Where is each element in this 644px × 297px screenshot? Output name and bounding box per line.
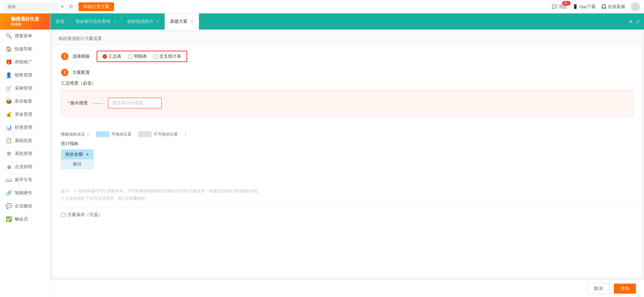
tab-receipts[interactable]: 收款情况统计 × xyxy=(122,13,165,30)
support-icon: 🎧 xyxy=(601,4,606,9)
page-inner: 收款情况统计方案设置 1 选择模板 汇总表 xyxy=(53,32,641,277)
top-bar: ▼ ⚙ 体验行业方案 💬 消息 99+ 📱 App下载 🎧 在线客服 xyxy=(0,0,644,13)
support-button[interactable]: 🎧 在线客服 xyxy=(601,4,625,10)
sidebar-item-label: 企业协同 xyxy=(15,164,32,170)
radio-cross[interactable]: 交叉统计表 xyxy=(154,53,181,59)
money-icon: 💰 xyxy=(5,111,12,117)
sidebar-item-label: 智能硬件 xyxy=(15,190,32,196)
sidebar-item-label: 经营管理 xyxy=(15,125,32,131)
home-icon: 🏠 xyxy=(5,46,12,52)
step2-row: 2 方案配置 汇总维度（必选） *纵向维度 —— 请选择分组维度 xyxy=(61,69,633,170)
bottom-actions: 取消 查询 xyxy=(50,280,644,297)
save-checkbox[interactable] xyxy=(61,213,65,217)
step1-badge: 1 xyxy=(61,53,68,60)
stat-header-dropdown-icon[interactable]: ▼ xyxy=(86,152,89,156)
tab-new-plan-close[interactable]: × xyxy=(191,19,193,24)
radio-detail-input[interactable] xyxy=(128,54,132,59)
form-section: 1 选择模板 汇总表 明细表 xyxy=(53,45,641,182)
dimension-section: 汇总维度（必选） *纵向维度 —— 请选择分组维度 xyxy=(61,80,633,116)
tab-bar-actions: ✕ ⤢ xyxy=(625,13,644,30)
tab-bank-flow[interactable]: 现金银行流水查询 × xyxy=(70,13,122,30)
trial-button[interactable]: 体验行业方案 xyxy=(78,2,114,11)
sidebar-item-collab[interactable]: 🖥 企业协同 xyxy=(0,160,50,174)
sidebar-item-label: 畅会员 xyxy=(15,216,28,222)
required-mark: * xyxy=(68,100,70,105)
step2-label: 方案配置 xyxy=(72,69,90,76)
logo-sub: 标准版 xyxy=(11,22,39,27)
radio-summary-input[interactable] xyxy=(103,54,107,59)
save-option[interactable]: 方案保存（可选） xyxy=(61,212,633,218)
tab-close-icon[interactable]: ✕ xyxy=(629,18,633,25)
messages-button[interactable]: 💬 消息 99+ xyxy=(552,4,567,10)
tab-receipts-label: 收款情况统计 xyxy=(127,18,153,24)
sidebar-item-member[interactable]: ✅ 畅会员 xyxy=(0,213,50,226)
content-area: 首页 现金银行流水查询 × 收款情况统计 × 新建方案 × ✕ ⤢ xyxy=(50,13,644,297)
sidebar-item-inventory[interactable]: 📦 库存核算 xyxy=(0,95,50,108)
sidebar-item-purchase[interactable]: 🛒 采购管理 xyxy=(0,82,50,95)
legend-draggable: 可拖动位置 xyxy=(96,131,131,137)
download-button[interactable]: 📱 App下载 xyxy=(573,4,596,10)
radio-cross-label: 交叉统计表 xyxy=(159,53,181,59)
hint-line-2: 2. 点击标题栏下拉可设置排序、插入列和删除列 xyxy=(61,195,633,202)
gear-icon[interactable]: ⚙ xyxy=(68,3,73,10)
cart-icon: 🛒 xyxy=(5,85,12,91)
sidebar-item-marketing[interactable]: 🎁 营销推广 xyxy=(0,56,50,69)
sidebar-logo: 畅捷通好生意 标准版 xyxy=(0,13,50,30)
tab-receipts-close[interactable]: × xyxy=(157,19,159,24)
sidebar-item-nav[interactable]: 🏠 快捷导航 xyxy=(0,43,50,56)
sidebar-item-label: 系统管理 xyxy=(15,151,32,157)
tab-home[interactable]: 首页 xyxy=(50,13,70,30)
sidebar-item-hardware[interactable]: 🔗 智能硬件 xyxy=(0,187,50,200)
sidebar-item-basic-info[interactable]: 📋 基础信息 xyxy=(0,134,50,147)
sidebar-item-label: 销售管理 xyxy=(15,72,32,78)
tab-expand-icon[interactable]: ⤢ xyxy=(636,18,640,25)
tab-new-plan[interactable]: 新建方案 × xyxy=(165,13,199,30)
main-layout: 畅捷通好生意 标准版 🔍 搜索菜单 🏠 快捷导航 🎁 营销推广 👤 销售管理 🛒… xyxy=(0,13,644,297)
tab-new-plan-label: 新建方案 xyxy=(170,18,187,24)
radio-summary[interactable]: 汇总表 xyxy=(103,53,121,59)
sidebar-item-system[interactable]: ⚙ 系统管理 xyxy=(0,147,50,160)
dimension-grid: *纵向维度 —— 请选择分组维度 xyxy=(61,90,633,116)
sidebar-item-label: 库存核算 xyxy=(15,98,32,104)
sidebar-item-guide[interactable]: 📖 新手引导 xyxy=(0,174,50,187)
page-footer: 方案保存（可选） xyxy=(53,207,641,222)
sidebar-item-label: 营销推广 xyxy=(15,59,32,65)
sidebar-item-label: 基础信息 xyxy=(15,138,32,144)
legend-prefix: 模板指标设定（ xyxy=(61,132,89,137)
cancel-button[interactable]: 取消 xyxy=(587,283,610,294)
user-avatar[interactable] xyxy=(631,2,640,11)
query-button[interactable]: 查询 xyxy=(614,284,636,294)
member-icon: ✅ xyxy=(5,216,12,222)
arrow-icon: —— xyxy=(93,100,103,106)
tab-bank-flow-close[interactable]: × xyxy=(114,19,116,24)
wechat-icon: 💬 xyxy=(5,203,12,209)
sidebar-item-label: 新手引导 xyxy=(15,177,32,183)
page-header: 收款情况统计方案设置 xyxy=(53,32,641,45)
dropdown-arrow-icon[interactable]: ▼ xyxy=(60,4,64,9)
sidebar-item-sales[interactable]: 👤 销售管理 xyxy=(0,69,50,82)
gift-icon: 🎁 xyxy=(5,59,12,65)
stat-cell: 合计 xyxy=(61,159,93,169)
stat-table: 收款金额 ▼ 合计 xyxy=(61,149,94,169)
sidebar-item-label: 采购管理 xyxy=(15,85,32,91)
dimension-title: 汇总维度（必选） xyxy=(61,80,633,86)
tab-bank-flow-label: 现金银行流水查询 xyxy=(75,18,110,24)
stat-header[interactable]: 收款金额 ▼ xyxy=(61,150,93,159)
radio-detail[interactable]: 明细表 xyxy=(128,53,147,59)
step2-badge: 2 xyxy=(61,69,68,76)
sidebar-item-finance[interactable]: 💰 资金管理 xyxy=(0,108,50,121)
download-icon: 📱 xyxy=(573,4,578,9)
tab-home-label: 首页 xyxy=(56,18,64,24)
hint-section: 提示： 1. 拖动标题栏可以调整布局，不可跨维度或指标区域拖动目字段(只能在同一… xyxy=(53,182,641,207)
search-input[interactable] xyxy=(4,3,58,10)
sidebar-item-wechat[interactable]: 💬 企业微信 xyxy=(0,200,50,213)
template-radio-group: 汇总表 明细表 交叉统计表 xyxy=(97,51,187,62)
radio-cross-input[interactable] xyxy=(154,54,158,59)
radio-detail-label: 明细表 xyxy=(134,53,147,59)
messages-badge: 99+ xyxy=(562,1,571,5)
group-dim-select[interactable]: 请选择分组维度 xyxy=(108,98,162,108)
sidebar-item-management[interactable]: 📊 经营管理 xyxy=(0,121,50,134)
draggable-box xyxy=(96,131,109,137)
sidebar-item-search[interactable]: 🔍 搜索菜单 xyxy=(0,30,50,43)
chart-icon: 📊 xyxy=(5,125,12,131)
